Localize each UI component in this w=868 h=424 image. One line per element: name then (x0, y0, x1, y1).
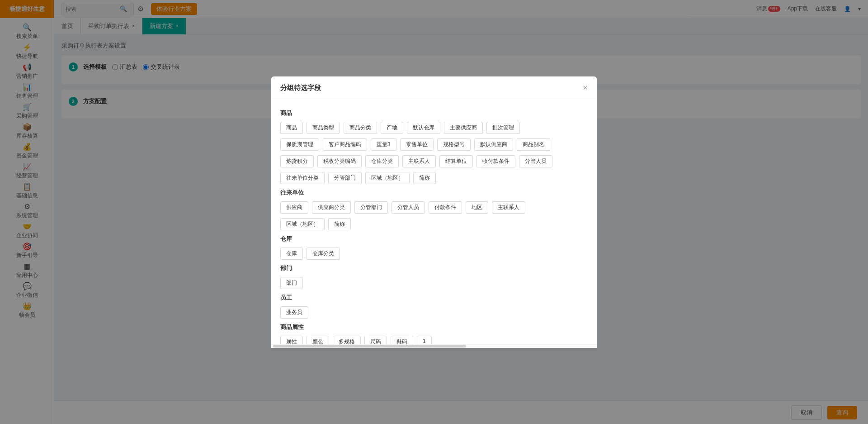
field-tag[interactable]: 区域（地区） (365, 172, 410, 184)
field-tag[interactable]: 主联系人 (402, 155, 436, 167)
field-tag[interactable]: 默认供应商 (474, 138, 513, 151)
field-tag[interactable]: 分管部门 (354, 201, 388, 214)
field-tag[interactable]: 主联系人 (492, 201, 525, 214)
field-tag[interactable]: 重量3 (371, 138, 396, 151)
field-tag[interactable]: 商品 (280, 122, 303, 134)
modal-overlay: 分组待选字段 × 商品 商品 商品类型 商品分类 产地 默认仓库 主要供应商 批… (0, 0, 868, 424)
field-tag[interactable]: 分管人员 (392, 201, 425, 214)
field-tag[interactable]: 收付款条件 (476, 155, 515, 167)
field-tag[interactable]: 规格型号 (437, 138, 471, 151)
field-tag[interactable]: 付款条件 (429, 201, 462, 214)
section-title-goods: 商品 (280, 109, 588, 117)
modal-horizontal-scrollbar[interactable] (271, 344, 597, 348)
field-tag[interactable]: 商品分类 (344, 122, 377, 134)
modal-title: 分组待选字段 (280, 84, 321, 92)
modal-close-btn[interactable]: × (583, 84, 588, 92)
field-tag[interactable]: 业务员 (280, 306, 308, 319)
section-title-dept: 部门 (280, 264, 588, 272)
field-tag[interactable]: 结算单位 (439, 155, 473, 167)
field-tag[interactable]: 简称 (413, 172, 436, 184)
field-tag[interactable]: 供应商分类 (312, 201, 351, 214)
field-tag[interactable]: 仓库分类 (307, 248, 340, 260)
field-tag[interactable]: 属性 (280, 336, 303, 345)
field-tag[interactable]: 地区 (466, 201, 488, 214)
field-tag[interactable]: 默认仓库 (407, 122, 440, 134)
field-tag[interactable]: 1 (417, 336, 432, 345)
field-tag[interactable]: 往来单位分类 (280, 172, 325, 184)
scrollbar-thumb (273, 345, 466, 348)
field-tag[interactable]: 分管人员 (519, 155, 552, 167)
field-row-goods4: 往来单位分类 分管部门 区域（地区） 简称 (280, 172, 588, 184)
field-tag[interactable]: 仓库 (280, 248, 303, 260)
field-row-staff: 业务员 (280, 306, 588, 319)
field-tag[interactable]: 尺码 (364, 336, 387, 345)
field-tag[interactable]: 简称 (328, 218, 351, 230)
field-tag[interactable]: 分管部门 (328, 172, 362, 184)
field-tag[interactable]: 保质期管理 (280, 138, 319, 151)
field-tag[interactable]: 商品类型 (307, 122, 340, 134)
field-tag[interactable]: 炼货积分 (280, 155, 314, 167)
field-row-partner2: 区域（地区） 简称 (280, 218, 588, 230)
modal-header: 分组待选字段 × (271, 76, 597, 98)
section-title-attrs: 商品属性 (280, 323, 588, 331)
section-title-partner: 往来单位 (280, 189, 588, 197)
field-row-goods: 商品 商品类型 商品分类 产地 默认仓库 主要供应商 批次管理 (280, 122, 588, 134)
field-tag[interactable]: 产地 (381, 122, 403, 134)
field-row-partner: 供应商 供应商分类 分管部门 分管人员 付款条件 地区 主联系人 (280, 201, 588, 214)
field-tag[interactable]: 客户商品编码 (323, 138, 367, 151)
field-row-attrs: 属性 颜色 多规格 尺码 鞋码 1 (280, 336, 588, 345)
field-tag[interactable]: 主要供应商 (444, 122, 483, 134)
field-tag[interactable]: 多规格 (333, 336, 361, 345)
field-row-goods2: 保质期管理 客户商品编码 重量3 零售单位 规格型号 默认供应商 商品别名 (280, 138, 588, 151)
field-tag[interactable]: 税收分类编码 (317, 155, 362, 167)
field-row-warehouse: 仓库 仓库分类 (280, 248, 588, 260)
field-tag[interactable]: 颜色 (307, 336, 329, 345)
modal-body: 商品 商品 商品类型 商品分类 产地 默认仓库 主要供应商 批次管理 保质期管理… (271, 98, 597, 345)
section-title-staff: 员工 (280, 294, 588, 302)
field-tag[interactable]: 零售单位 (400, 138, 434, 151)
field-tag[interactable]: 鞋码 (391, 336, 413, 345)
field-tag[interactable]: 商品别名 (517, 138, 550, 151)
field-tag[interactable]: 部门 (280, 277, 303, 289)
field-tag[interactable]: 供应商 (280, 201, 308, 214)
field-select-modal: 分组待选字段 × 商品 商品 商品类型 商品分类 产地 默认仓库 主要供应商 批… (271, 76, 597, 348)
field-tag[interactable]: 仓库分类 (365, 155, 399, 167)
field-tag[interactable]: 区域（地区） (280, 218, 325, 230)
field-tag[interactable]: 批次管理 (486, 122, 520, 134)
field-row-dept: 部门 (280, 277, 588, 289)
field-row-goods3: 炼货积分 税收分类编码 仓库分类 主联系人 结算单位 收付款条件 分管人员 (280, 155, 588, 167)
section-title-warehouse: 仓库 (280, 235, 588, 243)
